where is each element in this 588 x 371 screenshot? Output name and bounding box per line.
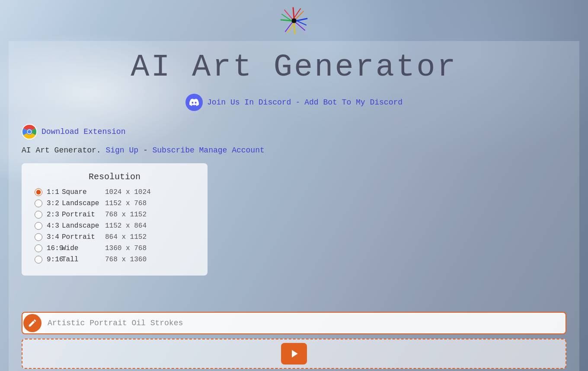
resolution-radio-3-4[interactable] [35,233,42,241]
svg-line-3 [297,19,307,21]
svg-point-18 [28,130,31,133]
prompt-icon-button[interactable] [23,314,42,332]
logo-image [277,3,311,38]
resolution-options: 1:1Square1024 x 10243:2Landscape1152 x 7… [35,188,195,263]
resolution-label: Landscape [62,200,105,207]
resolution-ratio: 2:3 [47,211,62,219]
resolution-row: 4:3Landscape1152 x 864 [35,222,195,230]
svg-line-5 [294,23,295,34]
resolution-dims: 1152 x 768 [105,200,147,207]
chrome-extension-link[interactable]: Download Extension [42,127,125,136]
resolution-ratio: 3:4 [47,233,62,241]
resolution-ratio: 1:1 [47,188,62,196]
logo-area [0,0,588,41]
resolution-ratio: 4:3 [47,222,62,230]
svg-line-2 [294,9,300,18]
resolution-radio-1-1[interactable] [35,188,42,196]
resolution-label: Portrait [62,233,105,241]
resolution-label: Tall [62,256,105,263]
resolution-row: 3:4Portrait 864 x 1152 [35,233,195,241]
resolution-row: 1:1Square1024 x 1024 [35,188,195,196]
prompt-wrapper [22,312,566,334]
resolution-ratio: 9:16 [47,256,62,263]
resolution-ratio: 3:2 [47,200,62,207]
resolution-ratio: 16:9 [47,244,62,252]
resolution-label: Square [62,188,105,196]
signup-link[interactable]: Sign Up [105,146,138,155]
subscribe-link[interactable]: Subscribe [153,146,195,155]
resolution-radio-4-3[interactable] [35,222,42,230]
content-area: AI Art Generator Join Us In Discord - Ad… [9,41,579,371]
resolution-label: Wide [62,244,105,252]
discord-row: Join Us In Discord - Add Bot To My Disco… [22,94,566,111]
discord-icon [185,94,203,111]
resolution-label: Portrait [62,211,105,219]
resolution-dims: 768 x 1152 [105,211,147,219]
resolution-radio-16-9[interactable] [35,244,42,252]
resolution-radio-9-16[interactable] [35,256,42,263]
page-title: AI Art Generator [22,50,566,85]
resolution-label: Landscape [62,222,105,230]
svg-line-1 [293,8,294,18]
resolution-radio-2-3[interactable] [35,211,42,219]
chrome-extension-row: Download Extension [22,124,566,140]
add-bot-link[interactable]: Add Bot To My Discord [304,98,403,107]
generate-icon [288,347,300,360]
prompt-input[interactable] [22,312,566,334]
resolution-dims: 1360 x 768 [105,244,147,252]
resolution-dims: 1152 x 864 [105,222,147,230]
resolution-row: 9:16Tall 768 x 1360 [35,256,195,263]
chrome-icon [22,124,37,140]
resolution-dims: 864 x 1152 [105,233,147,241]
resolution-dims: 768 x 1360 [105,256,147,263]
prompt-area [22,312,566,334]
discord-separator: - [295,98,300,107]
subtitle-row: AI Art Generator. Sign Up - Subscribe Ma… [22,146,566,155]
svg-line-9 [296,11,304,19]
svg-point-13 [292,19,296,23]
subtitle-prefix: AI Art Generator. [22,146,101,155]
resolution-dims: 1024 x 1024 [105,188,151,196]
resolution-row: 3:2Landscape1152 x 768 [35,200,195,207]
resolution-row: 16:9Wide1360 x 768 [35,244,195,252]
manage-account-link[interactable]: Manage Account [199,146,265,155]
resolution-title: Resolution [35,172,195,182]
generate-area [22,339,566,369]
join-discord-link[interactable]: Join Us In Discord [207,98,291,107]
resolution-radio-3-2[interactable] [35,200,42,207]
subtitle-separator: - [143,146,148,155]
pencil-icon [28,318,37,328]
generate-button[interactable] [281,343,307,365]
resolution-row: 2:3Portrait 768 x 1152 [35,211,195,219]
resolution-card: Resolution 1:1Square1024 x 10243:2Landsc… [22,163,208,276]
